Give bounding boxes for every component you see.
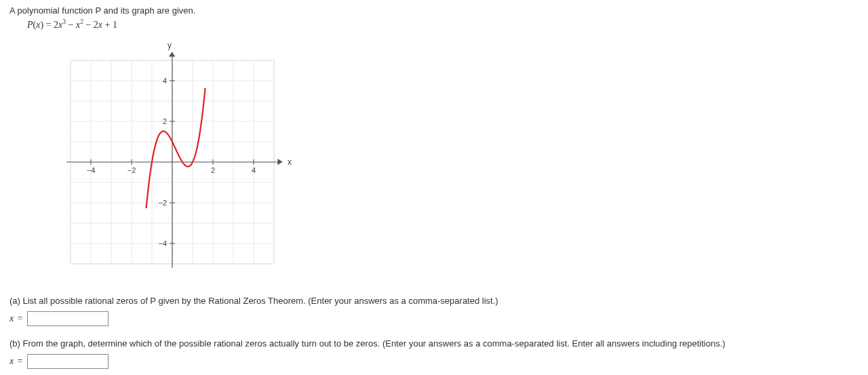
polynomial-formula: P(x) = 2x3 − x2 − 2x + 1 [27,20,859,31]
svg-text:2: 2 [211,166,215,174]
svg-text:−2: −2 [158,199,167,207]
svg-text:−4: −4 [87,166,96,174]
svg-text:−4: −4 [158,239,167,248]
question-a: (a) List all possible rational zeros of … [9,296,859,306]
problem-intro: A polynomial function P and its graph ar… [9,5,859,16]
x-equals-label-a: x = [9,313,23,324]
answer-input-b[interactable] [27,354,108,369]
svg-text:y: y [167,41,172,50]
svg-text:−2: −2 [127,166,136,174]
polynomial-graph: −4−224−4−224xy [50,40,859,286]
question-b: (b) From the graph, determine which of t… [9,338,859,349]
svg-text:2: 2 [163,117,167,125]
svg-text:4: 4 [252,166,256,174]
answer-row-b: x = [9,354,859,369]
answer-input-a[interactable] [27,311,108,326]
answer-row-a: x = [9,311,859,326]
svg-text:x: x [288,157,292,167]
svg-text:4: 4 [163,77,167,85]
x-equals-label-b: x = [9,356,23,367]
